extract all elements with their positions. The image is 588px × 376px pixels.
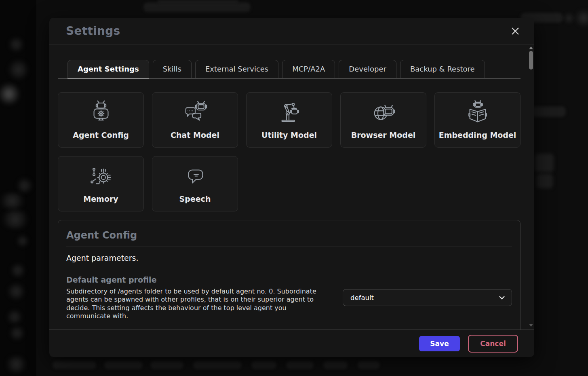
scrollbar-down-arrow-icon[interactable] — [529, 324, 533, 327]
background-blurred-pill — [53, 361, 96, 369]
section-subtitle: Agent parameters. — [66, 253, 512, 262]
background-blurred-pill — [286, 361, 314, 369]
modal-header: Settings — [49, 18, 534, 44]
speech-bubble-icon — [181, 164, 209, 189]
field-default-agent-profile: Default agent profile Subdirectory of /a… — [66, 275, 512, 320]
tab-agent-settings[interactable]: Agent Settings — [67, 60, 149, 78]
nav-card-label: Memory — [83, 194, 118, 203]
tab-external-services[interactable]: External Services — [195, 60, 278, 78]
chevron-down-icon — [499, 296, 505, 300]
tab-bar: Agent Settings Skills External Services … — [58, 60, 521, 79]
nav-card-label: Browser Model — [351, 131, 416, 139]
background-blob — [6, 283, 26, 300]
circuit-gear-icon — [87, 164, 115, 189]
background-blurred-pill — [150, 361, 183, 369]
tab-developer[interactable]: Developer — [339, 60, 396, 78]
field-label: Default agent profile — [66, 275, 327, 284]
robot-chat-icon — [181, 100, 209, 125]
robot-book-icon — [464, 100, 491, 125]
nav-card-agent-config[interactable]: Agent Config — [58, 92, 144, 148]
background-blob — [6, 309, 23, 325]
nav-card-browser-model[interactable]: Browser Model — [340, 92, 426, 148]
cancel-button[interactable]: Cancel — [468, 335, 518, 353]
field-description: Subdirectory of /agents folder to be use… — [66, 287, 327, 320]
nav-card-label: Agent Config — [73, 131, 129, 139]
tab-skills[interactable]: Skills — [153, 60, 192, 78]
background-blob — [8, 36, 24, 53]
save-button[interactable]: Save — [419, 336, 460, 351]
section-divider — [66, 247, 512, 247]
background-blurred-box — [535, 154, 554, 172]
nav-card-label: Speech — [179, 194, 211, 203]
background-blob — [9, 325, 25, 341]
scrollbar-thumb[interactable] — [529, 51, 533, 70]
select-value: default — [350, 294, 374, 302]
modal-footer: Save Cancel — [49, 330, 534, 357]
nav-card-utility-model[interactable]: Utility Model — [246, 92, 332, 148]
background-blob — [4, 356, 28, 373]
nav-card-chat-model[interactable]: Chat Model — [152, 92, 238, 148]
agent-config-section: Agent Config Agent parameters. Default a… — [58, 220, 521, 330]
background-blob — [16, 177, 33, 194]
background-blurred-pill — [193, 361, 242, 369]
background-blob — [575, 9, 588, 27]
background-blob — [564, 13, 574, 23]
nav-card-label: Utility Model — [261, 131, 317, 139]
nav-card-embedding-model[interactable]: Embedding Model — [434, 92, 521, 148]
settings-modal: Settings Agent Settings Skills External … — [49, 18, 534, 357]
modal-scrollbar — [529, 46, 534, 327]
tab-mcp-a2a[interactable]: MCP/A2A — [282, 60, 335, 78]
nav-card-memory[interactable]: Memory — [58, 156, 144, 211]
background-blurred-text — [158, 0, 238, 4]
close-button[interactable] — [508, 24, 522, 38]
background-blurred-pill — [358, 361, 380, 369]
nav-card-speech[interactable]: Speech — [152, 156, 238, 211]
tab-backup-restore[interactable]: Backup & Restore — [400, 60, 485, 78]
default-agent-profile-select[interactable]: default — [343, 289, 512, 306]
close-icon — [511, 27, 520, 36]
background-blurred-pill — [104, 361, 143, 369]
nav-card-grid: Agent Config Chat M — [58, 92, 521, 211]
nav-card-label: Embedding Model — [439, 131, 516, 139]
background-blurred-pill — [251, 361, 276, 369]
robot-globe-icon — [370, 100, 397, 125]
robot-gear-icon — [87, 100, 115, 125]
background-blurred-box — [537, 174, 553, 188]
background-blob — [7, 59, 30, 81]
background-blob — [10, 263, 25, 278]
background-blob — [16, 234, 29, 247]
modal-title: Settings — [66, 24, 120, 38]
modal-body: Agent Settings Skills External Services … — [49, 44, 534, 330]
background-blurred-pill — [323, 361, 348, 369]
nav-card-label: Chat Model — [171, 131, 219, 139]
robot-arm-icon — [276, 100, 303, 125]
section-title: Agent Config — [66, 226, 512, 247]
scrollbar-up-arrow-icon[interactable] — [529, 46, 533, 49]
